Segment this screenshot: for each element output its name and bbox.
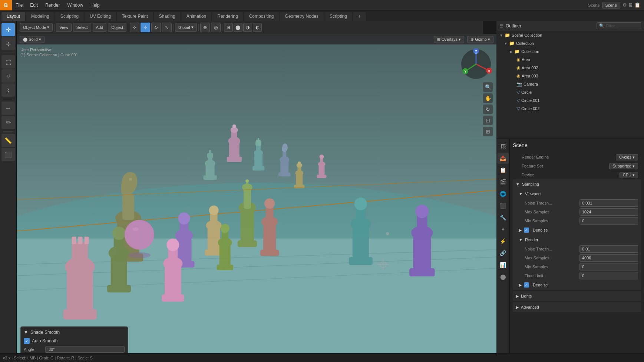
- max-samples-render-input[interactable]: [579, 254, 638, 262]
- view-layer-props-icon[interactable]: 📋: [498, 165, 509, 176]
- render-sub-header[interactable]: ▼ Render: [516, 235, 641, 245]
- snap-icon[interactable]: ⊕: [200, 23, 210, 32]
- outliner-item-area003[interactable]: ◉ Area.003: [496, 72, 644, 80]
- auto-smooth-checkbox[interactable]: ✓ Auto Smooth: [24, 338, 57, 344]
- solid-mode-btn[interactable]: ⬤: [234, 23, 242, 32]
- outliner-item-area[interactable]: ◉ Area: [496, 56, 644, 64]
- fit-view-icon[interactable]: ⊡: [483, 116, 493, 125]
- outliner-item-circle001[interactable]: ▽ Circle.001: [496, 96, 644, 104]
- area003-light-icon: ◉: [516, 73, 520, 79]
- menu-file[interactable]: File: [12, 0, 26, 10]
- select-lasso-tool[interactable]: ⌇: [1, 83, 15, 97]
- denoise-render-checkbox[interactable]: ✓: [524, 282, 529, 288]
- select-circle-tool[interactable]: ○: [1, 69, 15, 83]
- rotate-icon[interactable]: ↻: [483, 104, 493, 114]
- transform-select-icon[interactable]: ⊹: [130, 23, 139, 32]
- tab-geometry-nodes[interactable]: Geometry Nodes: [280, 12, 324, 21]
- max-samples-viewport-input[interactable]: [579, 208, 638, 216]
- outliner-item-area002[interactable]: ◉ Area.002: [496, 64, 644, 72]
- tab-texture-paint[interactable]: Texture Paint: [117, 12, 153, 21]
- outliner-item-circle[interactable]: ▽ Circle: [496, 88, 644, 96]
- advanced-header[interactable]: ▶ Advanced: [513, 302, 641, 312]
- transform-rotate-icon[interactable]: ↻: [151, 23, 161, 32]
- particles-props-icon[interactable]: ✦: [498, 224, 509, 235]
- material-props-icon[interactable]: ⬤: [498, 271, 509, 282]
- proportional-edit-icon[interactable]: ◎: [211, 23, 221, 32]
- transform-move-icon[interactable]: ✛: [141, 23, 150, 32]
- checkbox-checked-icon: ✓: [24, 338, 30, 344]
- outliner-item-collection[interactable]: ▼ 📁 Collection: [496, 39, 644, 47]
- ortho-toggle-icon[interactable]: ⊞: [483, 127, 493, 136]
- min-samples-render-input[interactable]: [579, 263, 638, 270]
- select-box-tool[interactable]: ⬚: [1, 55, 15, 69]
- outliner-item-circle002[interactable]: ▽ Circle.002: [496, 104, 644, 113]
- denoise-viewport-checkbox[interactable]: ✓: [524, 228, 529, 233]
- scene-name[interactable]: Scene: [602, 2, 620, 9]
- viewport-overlay-btn[interactable]: ⊞ Overlays ▾: [434, 36, 465, 43]
- select-menu-btn[interactable]: Select: [73, 23, 91, 32]
- tab-sculpting[interactable]: Sculpting: [55, 12, 84, 21]
- tab-modeling[interactable]: Modeling: [26, 12, 55, 21]
- wire-mode-btn[interactable]: ⊟: [224, 23, 233, 32]
- view-menu-btn[interactable]: View: [56, 23, 72, 32]
- sep1: [54, 24, 55, 31]
- modifier-props-icon[interactable]: 🔧: [498, 212, 509, 223]
- render-mode-btn[interactable]: ◐: [253, 23, 262, 32]
- denoise-viewport-header[interactable]: ▶ ✓ Denoise: [516, 225, 641, 235]
- svg-rect-22: [256, 145, 261, 154]
- tab-scripting[interactable]: Scripting: [324, 12, 352, 21]
- viewport-gizmo[interactable]: Z X Y: [459, 47, 493, 81]
- menu-render[interactable]: Render: [42, 0, 63, 10]
- object-props-icon[interactable]: ⬛: [498, 200, 509, 211]
- global-btn[interactable]: Global ▾: [175, 23, 197, 32]
- outliner-item-collection2[interactable]: ▶ 📁 Collection: [496, 47, 644, 56]
- cursor-tool[interactable]: ✛: [1, 23, 15, 36]
- annotate-tool[interactable]: ✏: [1, 116, 15, 129]
- data-props-icon[interactable]: 📊: [498, 259, 509, 270]
- menu-edit[interactable]: Edit: [26, 0, 42, 10]
- lights-header[interactable]: ▶ Lights: [513, 291, 641, 301]
- material-mode-btn[interactable]: ◑: [243, 23, 252, 32]
- add-menu-btn[interactable]: Add: [93, 23, 107, 32]
- menu-help[interactable]: Help: [87, 0, 103, 10]
- min-samples-viewport-input[interactable]: [579, 217, 638, 225]
- outliner-item-camera[interactable]: 📷 Camera: [496, 80, 644, 88]
- viewport-shading-btn[interactable]: ⬤ Solid ▾: [20, 36, 44, 43]
- output-props-icon[interactable]: 📤: [498, 153, 509, 164]
- angle-input[interactable]: 30°: [45, 346, 125, 353]
- props-content[interactable]: Scene Render Engine Cycles ▾ Feature Set…: [510, 139, 644, 362]
- scene-props-icon[interactable]: 🎬: [498, 176, 509, 187]
- tab-uv-editing[interactable]: UV Editing: [85, 12, 116, 21]
- object-mode-btn[interactable]: Object Mode ▾: [20, 23, 53, 32]
- noise-thresh-viewport-input[interactable]: [579, 199, 638, 207]
- measure-tool[interactable]: 📏: [1, 134, 15, 147]
- render-props-icon[interactable]: 🖼: [498, 141, 509, 152]
- tab-compositing[interactable]: Compositing: [244, 12, 279, 21]
- denoise-render-header[interactable]: ▶ ✓ Denoise: [516, 280, 641, 290]
- sampling-header[interactable]: ▼ Sampling: [513, 179, 641, 189]
- viewport[interactable]: ⬤ Solid ▾ ⊞ Overlays ▾ ⊕ Gizmo ▾ User Pe…: [17, 34, 496, 362]
- outliner-item-scene-collection[interactable]: ▼ 📁 Scene Collection: [496, 31, 644, 39]
- viewport-sub-header[interactable]: ▼ Viewport: [516, 189, 641, 199]
- world-props-icon[interactable]: 🌐: [498, 188, 509, 199]
- circle-mesh-icon: ▽: [516, 90, 520, 95]
- tab-shading[interactable]: Shading: [154, 12, 181, 21]
- add-cube-tool[interactable]: ⬛: [1, 148, 15, 161]
- transform-tool[interactable]: ↔: [1, 102, 15, 115]
- time-limit-input[interactable]: [579, 272, 638, 279]
- tab-animation[interactable]: Animation: [181, 12, 211, 21]
- transform-scale-icon[interactable]: ⤡: [162, 23, 172, 32]
- object-menu-btn[interactable]: Object: [108, 23, 126, 32]
- physics-props-icon[interactable]: ⚡: [498, 236, 509, 247]
- menu-window[interactable]: Window: [63, 0, 87, 10]
- pan-icon[interactable]: ✋: [483, 93, 493, 103]
- tab-rendering[interactable]: Rendering: [212, 12, 243, 21]
- tab-layout[interactable]: Layout: [1, 12, 25, 21]
- move-tool[interactable]: ⊹: [1, 37, 15, 50]
- outliner-search[interactable]: 🔍 Filter...: [597, 22, 641, 29]
- viewport-gizmo-btn[interactable]: ⊕ Gizmo ▾: [467, 36, 493, 43]
- zoom-in-icon[interactable]: 🔍: [483, 82, 493, 92]
- tab-add[interactable]: +: [353, 12, 366, 21]
- constraints-props-icon[interactable]: 🔗: [498, 248, 509, 259]
- noise-thresh-render-input[interactable]: [579, 245, 638, 253]
